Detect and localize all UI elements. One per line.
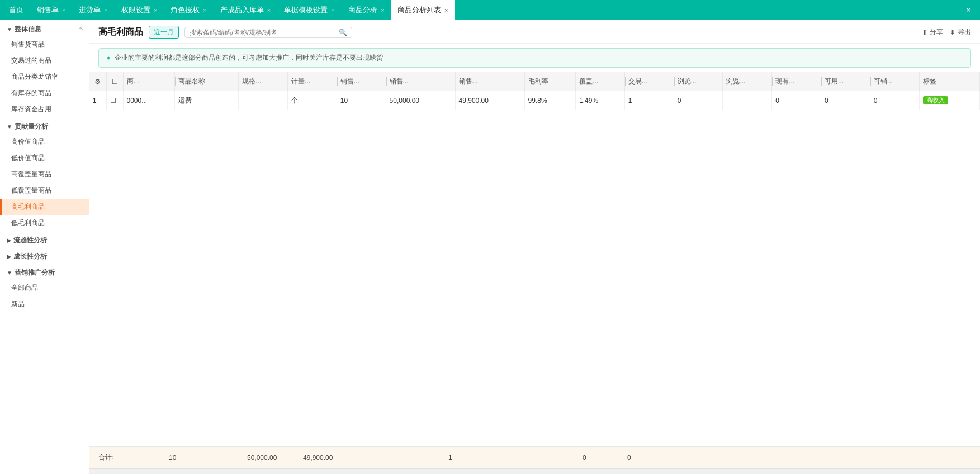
export-button[interactable]: ⬇ 导出 [950,27,971,37]
nav-close-icon[interactable]: × [154,7,157,13]
row-checkbox[interactable]: ☐ [106,91,123,110]
sidebar-group-3[interactable]: ▶成长性分析 [0,247,89,264]
sidebar: « ▼整体信息销售货商品交易过的商品商品分类助销率有库存的商品库存资金占用▼贡献… [0,20,89,474]
sidebar-group-2[interactable]: ▶流趋性分析 [0,231,89,247]
sidebar-group-title-text-3: 成长性分析 [13,252,47,261]
nav-close-icon[interactable]: × [62,7,65,13]
sidebar-group-title-text-1: 贡献量分析 [15,122,48,132]
content-header: 高毛利商品 近一月 🔍 ⬆ 分享 ⬇ 导出 [89,20,980,44]
sidebar-item-1-5[interactable]: 低毛利商品 [0,215,89,231]
col-header-code[interactable]: 商... [123,72,175,91]
row-sales-qty: 10 [337,91,386,110]
nav-item-进货单[interactable]: 进货单× [72,0,114,20]
nav-close-icon[interactable]: × [331,7,334,13]
footer-available-stock: 0 [624,454,669,462]
header-actions: ⬆ 分享 ⬇ 导出 [922,27,971,37]
search-box: 🔍 [184,27,352,38]
sidebar-group-arrow-1: ▼ [7,124,12,130]
footer-sales-amount: 50,000.00 [244,454,300,462]
footer-sales-profit: 49,900.00 [300,454,356,462]
row-name: 运费 [175,91,239,110]
sidebar-group-title-text-4: 营销推广分析 [15,268,55,278]
top-nav: 首页销售单×进货单×权限设置×角色授权×产成品入库单×单据模板设置×商品分析×商… [0,0,980,20]
table-row: 1☐0000...运费个1050,000.0049,900.0099.8%1.4… [89,91,980,110]
table-container[interactable]: ⚙☐商...商品名称规格...计量...销售...销售...销售...毛利率覆盖… [89,72,980,446]
sidebar-item-1-1[interactable]: 低价值商品 [0,150,89,166]
period-button[interactable]: 近一月 [149,26,179,39]
nav-close-icon[interactable]: × [267,7,271,13]
col-header-name[interactable]: 商品名称 [175,72,239,91]
sidebar-item-0-1[interactable]: 交易过的商品 [0,53,89,69]
row-spec [239,91,288,110]
nav-close-icon[interactable]: × [203,7,206,13]
row-index: 1 [89,91,106,110]
sidebar-item-1-0[interactable]: 高价值商品 [0,134,89,150]
nav-item-销售单[interactable]: 销售单× [30,0,72,20]
col-header-transaction[interactable]: 交易... [624,72,674,91]
data-table: ⚙☐商...商品名称规格...计量...销售...销售...销售...毛利率覆盖… [89,72,980,110]
col-header-sales_profit[interactable]: 销售... [455,72,524,91]
row-view1[interactable]: 0 [674,91,723,110]
sidebar-item-0-2[interactable]: 商品分类助销率 [0,69,89,85]
nav-item-角色授权[interactable]: 角色授权× [164,0,213,20]
col-header-gross_rate[interactable]: 毛利率 [524,72,576,91]
sidebar-collapse-button[interactable]: « [75,22,87,34]
sidebar-item-1-3[interactable]: 低覆盖量商品 [0,182,89,199]
sidebar-group-arrow-3: ▶ [7,254,11,260]
row-code: 0000... [123,91,175,110]
col-header-unit[interactable]: 计量... [288,72,337,91]
col-header-checkbox[interactable]: ☐ [106,72,123,91]
nav-close-icon[interactable]: × [104,7,107,13]
col-header-spec[interactable]: 规格... [239,72,288,91]
nav-item-商品分析[interactable]: 商品分析× [342,0,391,20]
sidebar-item-1-4[interactable]: 高毛利商品 [0,199,89,215]
nav-item-商品分析列表[interactable]: 商品分析列表× [391,0,455,20]
close-app-button[interactable]: × [959,5,978,15]
sidebar-item-4-1[interactable]: 新品 [0,296,89,312]
col-header-current_stock[interactable]: 现有... [772,72,821,91]
footer-current-stock: 0 [579,454,624,462]
col-header-sellable_stock[interactable]: 可销... [870,72,919,91]
sidebar-item-1-2[interactable]: 高覆盖量商品 [0,166,89,182]
sidebar-item-4-0[interactable]: 全部商品 [0,280,89,296]
nav-close-icon[interactable]: × [381,7,384,13]
content-area: 高毛利商品 近一月 🔍 ⬆ 分享 ⬇ 导出 ✦ 企业的主要的利润都是这部分商品创… [89,20,980,474]
nav-item-产成品入库单[interactable]: 产成品入库单× [214,0,277,20]
sidebar-group-4[interactable]: ▼营销推广分析 [0,264,89,280]
nav-item-单据模板设置[interactable]: 单据模板设置× [277,0,341,20]
main-layout: « ▼整体信息销售货商品交易过的商品商品分类助销率有库存的商品库存资金占用▼贡献… [0,20,980,474]
row-tag: 高收入 [919,91,979,110]
footer-coverage [400,454,445,462]
share-button[interactable]: ⬆ 分享 [922,27,943,37]
sidebar-group-arrow-4: ▼ [7,270,12,276]
row-coverage: 1.49% [576,91,625,110]
search-input[interactable] [190,29,339,36]
footer-view1 [490,454,534,462]
footer-sales-qty: 10 [165,454,244,462]
bottom-scrollbar[interactable] [89,468,980,474]
footer-values: 10 50,000.00 49,900.00 1 0 0 [165,454,971,462]
sidebar-group-arrow-2: ▶ [7,237,11,243]
row-sales-profit: 49,900.00 [455,91,524,110]
sidebar-item-0-3[interactable]: 有库存的商品 [0,85,89,101]
sidebar-group-1[interactable]: ▼贡献量分析 [0,118,89,134]
col-header-available_stock[interactable]: 可用... [821,72,870,91]
col-header-tag[interactable]: 标签 [919,72,979,91]
row-view2 [723,91,772,110]
sidebar-item-0-4[interactable]: 库存资金占用 [0,101,89,118]
col-header-sales_qty[interactable]: 销售... [337,72,386,91]
nav-close-icon[interactable]: × [444,7,448,13]
sidebar-item-0-0[interactable]: 销售货商品 [0,36,89,53]
col-header-sales_amount[interactable]: 销售... [386,72,455,91]
row-sales-amount: 50,000.00 [386,91,455,110]
search-icon[interactable]: 🔍 [339,29,347,36]
nav-item-首页[interactable]: 首页 [2,0,30,20]
col-header-coverage[interactable]: 覆盖... [576,72,625,91]
footer-view2 [534,454,579,462]
nav-item-权限设置[interactable]: 权限设置× [115,0,164,20]
col-header-view2[interactable]: 浏览... [723,72,772,91]
sidebar-group-title-text-2: 流趋性分析 [13,236,47,245]
col-header-view1[interactable]: 浏览... [674,72,723,91]
row-sellable-stock: 0 [870,91,919,110]
col-header-settings[interactable]: ⚙ [89,72,106,91]
